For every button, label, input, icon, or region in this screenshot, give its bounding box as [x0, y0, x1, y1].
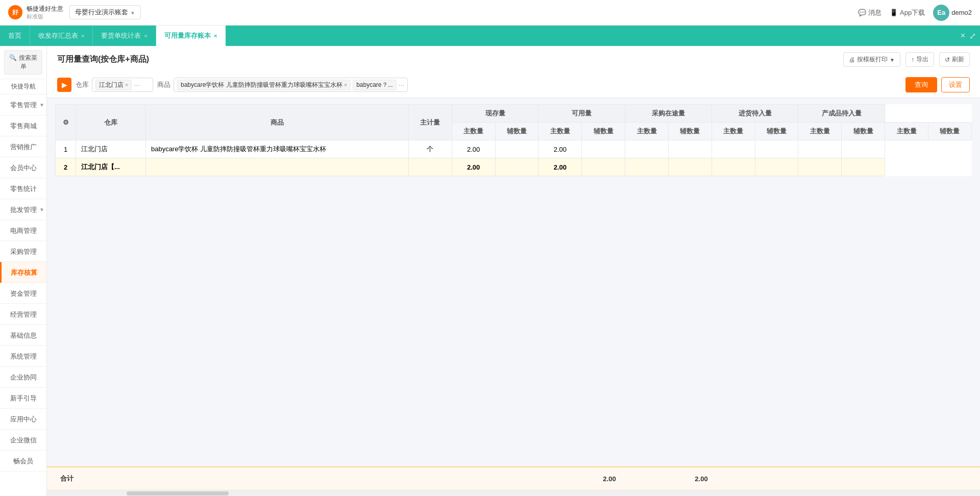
row-unit: 个 — [408, 140, 452, 158]
chevron-down-icon — [39, 207, 44, 212]
export-button[interactable]: 导出 — [905, 52, 934, 67]
sidebar-item-system[interactable]: 系统管理 — [0, 346, 46, 367]
close-icon[interactable] — [81, 33, 84, 39]
footer-xiancun-main: 2.00 — [584, 475, 635, 483]
sidebar-item-finance[interactable]: 资金管理 — [0, 283, 46, 304]
filter-ellipsis[interactable]: ··· — [134, 81, 140, 89]
subtotal-no: 2 — [56, 158, 76, 176]
print-button[interactable]: 按模板打印 — [843, 52, 900, 67]
avatar: Ea — [933, 5, 949, 21]
top-bar-left: 好 畅捷通好生意 标准版 母婴行业演示账套 — [8, 5, 141, 20]
product-tag-2: babycare？... — [353, 80, 396, 90]
sidebar-item-basic-info[interactable]: 基础信息 — [0, 325, 46, 346]
close-icon[interactable] — [125, 82, 128, 88]
sidebar-item-enterprise[interactable]: 企业协同 — [0, 367, 46, 388]
sidebar-item-wechat[interactable]: 企业微信 — [0, 430, 46, 451]
sidebar-item-guide[interactable]: 新手引导 — [0, 388, 46, 409]
tab-available-inventory[interactable]: 可用量库存账本 — [156, 26, 226, 46]
app-icon — [890, 9, 898, 16]
sidebar-item-app-center[interactable]: 应用中心 — [0, 409, 46, 430]
filter-ellipsis-2[interactable]: ··· — [399, 81, 405, 89]
chevron-down-icon — [130, 9, 135, 16]
nav-close-button[interactable]: × — [961, 31, 965, 40]
print-icon — [849, 56, 855, 63]
subtotal-warehouse: 江北门店【... — [76, 158, 146, 176]
top-bar: 好 畅捷通好生意 标准版 母婴行业演示账套 消息 App下载 Ea demo2 — [0, 0, 980, 26]
user-area[interactable]: Ea demo2 — [933, 5, 972, 21]
subtotal-xiancun-main: 2.00 — [452, 158, 495, 176]
sidebar-item-operations[interactable]: 经营管理 — [0, 304, 46, 325]
right-arrow-icon: ▶ — [62, 81, 67, 89]
tab-home[interactable]: 首页 — [0, 26, 30, 46]
row-xiancun-main: 2.00 — [452, 140, 495, 158]
warehouse-label: 仓库 — [76, 80, 89, 89]
page-actions: 按模板打印 导出 刷新 — [843, 52, 970, 67]
logo-area: 好 畅捷通好生意 标准版 — [8, 5, 63, 20]
row-keyong-main: 2.00 — [538, 140, 582, 158]
subtotal-jinhuo-sub — [755, 158, 798, 176]
sidebar-quick-nav[interactable]: 快捷导航 — [0, 79, 46, 95]
subtotal-jinhuo-main — [712, 158, 755, 176]
nav-controls: × ⤢ — [957, 26, 980, 46]
nav-spacer — [226, 26, 956, 46]
main-layout: 🔍 搜索菜单 快捷导航 零售管理 零售商城 营销推广 会员中心 零售统计 批发管… — [0, 46, 980, 496]
table-row: 1 江北门店 babycare学饮杯 儿童防摔防撞吸管杯重力球吸嘴杯宝宝水杯 个… — [56, 140, 972, 158]
filter-actions: 查询 设置 — [905, 77, 970, 92]
close-icon[interactable] — [344, 82, 347, 88]
message-icon — [858, 9, 866, 16]
subtotal-caigou-sub — [668, 158, 712, 176]
table-footer: 合计 2.00 2.00 — [47, 466, 980, 490]
user-name[interactable]: demo2 — [951, 9, 972, 16]
sidebar-item-retail[interactable]: 零售管理 — [0, 95, 46, 115]
sidebar-item-ecommerce[interactable]: 电商管理 — [0, 220, 46, 241]
close-icon[interactable] — [214, 33, 217, 39]
subtotal-unit — [408, 158, 452, 176]
query-button[interactable]: 查询 — [905, 77, 937, 92]
subtotal-caigou-main — [625, 158, 669, 176]
filter-toggle-button[interactable]: ▶ — [57, 78, 71, 92]
row-jinhuo-sub — [755, 140, 798, 158]
page-title-row: 可用量查询(按仓库+商品) 按模板打印 导出 刷新 — [57, 52, 970, 67]
product-label: 商品 — [157, 80, 170, 89]
tab-summary[interactable]: 收发存汇总表 — [30, 26, 93, 46]
refresh-button[interactable]: 刷新 — [939, 52, 970, 67]
sidebar-item-wholesale[interactable]: 批发管理 — [0, 199, 46, 220]
content-area: 可用量查询(按仓库+商品) 按模板打印 导出 刷新 — [47, 46, 980, 496]
sidebar-search-button[interactable]: 🔍 搜索菜单 — [4, 50, 42, 75]
subtotal-keyong-main: 2.00 — [538, 158, 582, 176]
app-download-button[interactable]: App下载 — [890, 8, 925, 17]
account-selector[interactable]: 母婴行业演示账套 — [69, 5, 141, 19]
footer-keyong-main: 2.00 — [676, 475, 727, 483]
row-keyong-sub — [582, 140, 625, 158]
row-no: 1 — [56, 140, 76, 158]
row-caigou-sub — [668, 140, 712, 158]
gear-icon: ⚙ — [63, 119, 69, 126]
warehouse-tag-box[interactable]: 江北门店 ··· — [92, 78, 153, 92]
setting-button[interactable]: 设置 — [941, 77, 970, 92]
subtotal-keyong-sub — [582, 158, 625, 176]
sidebar-item-retail-stats[interactable]: 零售统计 — [0, 178, 46, 199]
sidebar-item-chang-member[interactable]: 畅会员 — [0, 451, 46, 471]
product-tag-box[interactable]: babycare学饮杯 儿童防摔防撞吸管杯重力球吸嘴杯宝宝水杯 babycare… — [174, 78, 408, 92]
nav-fullscreen-button[interactable]: ⤢ — [969, 31, 976, 41]
refresh-icon — [945, 56, 950, 63]
sidebar-item-retail-mall[interactable]: 零售商城 — [0, 115, 46, 136]
sidebar-item-purchase[interactable]: 采购管理 — [0, 241, 46, 262]
scroll-thumb[interactable] — [127, 491, 229, 495]
sidebar: 🔍 搜索菜单 快捷导航 零售管理 零售商城 营销推广 会员中心 零售统计 批发管… — [0, 46, 47, 496]
sidebar-item-members[interactable]: 会员中心 — [0, 157, 46, 178]
close-icon[interactable] — [144, 33, 147, 39]
footer-label: 合计 — [55, 474, 178, 483]
message-button[interactable]: 消息 — [858, 8, 881, 17]
page-header: 可用量查询(按仓库+商品) 按模板打印 导出 刷新 — [47, 46, 980, 98]
filter-row: ▶ 仓库 江北门店 ··· 商品 — [57, 72, 970, 98]
subtotal-product — [145, 158, 408, 176]
row-xiancun-sub — [495, 140, 538, 158]
product-tag-1: babycare学饮杯 儿童防摔防撞吸管杯重力球吸嘴杯宝宝水杯 — [177, 80, 351, 90]
sidebar-item-inventory[interactable]: 库存核算 — [0, 262, 46, 283]
tab-order-stats[interactable]: 要货单统计表 — [93, 26, 156, 46]
top-bar-right: 消息 App下载 Ea demo2 — [858, 5, 972, 21]
subtotal-xiancun-sub — [495, 158, 538, 176]
warehouse-tag: 江北门店 — [95, 80, 132, 90]
sidebar-item-marketing[interactable]: 营销推广 — [0, 136, 46, 157]
